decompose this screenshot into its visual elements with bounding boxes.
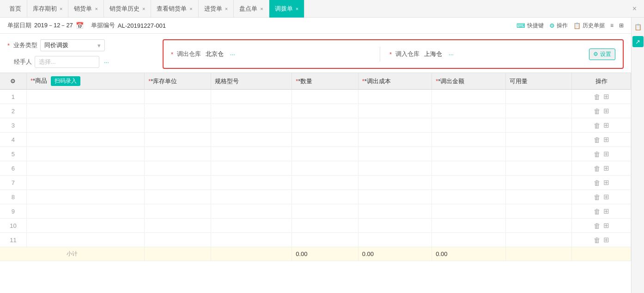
row-unit[interactable]	[145, 118, 211, 133]
delete-icon[interactable]: 🗑	[594, 150, 601, 158]
row-qty[interactable]	[292, 219, 358, 233]
row-avail[interactable]	[505, 147, 572, 161]
tab-close-transfer[interactable]: ×	[296, 6, 298, 12]
tab-close-sales-order[interactable]: ×	[95, 6, 97, 12]
tab-sales-order[interactable]: 销货单 ×	[68, 0, 103, 18]
row-spec[interactable]	[211, 204, 292, 219]
copy-icon[interactable]: ⊞	[603, 193, 609, 201]
row-qty[interactable]	[292, 161, 358, 176]
row-unit[interactable]	[145, 133, 211, 147]
row-cost[interactable]	[358, 233, 432, 247]
row-cost[interactable]	[358, 176, 432, 190]
row-spec[interactable]	[211, 161, 292, 176]
row-spec[interactable]	[211, 176, 292, 190]
delete-icon[interactable]: 🗑	[594, 222, 601, 230]
tab-close-inventory-init[interactable]: ×	[60, 6, 62, 12]
row-goods[interactable]	[26, 133, 144, 147]
copy-icon[interactable]: ⊞	[603, 221, 609, 230]
layout-list-button[interactable]: ≡	[610, 22, 614, 29]
row-avail[interactable]	[505, 204, 572, 219]
shortcut-button[interactable]: ⌨ 快捷键	[516, 22, 544, 30]
row-avail[interactable]	[505, 190, 572, 204]
row-avail[interactable]	[505, 161, 572, 176]
row-goods[interactable]	[26, 104, 144, 118]
row-amount[interactable]	[432, 219, 506, 233]
copy-icon[interactable]: ⊞	[603, 178, 609, 187]
row-qty[interactable]	[292, 190, 358, 204]
delete-icon[interactable]: 🗑	[594, 193, 601, 201]
row-amount[interactable]	[432, 90, 506, 104]
row-amount[interactable]	[432, 204, 506, 219]
row-qty[interactable]	[292, 204, 358, 219]
row-cost[interactable]	[358, 204, 432, 219]
copy-icon[interactable]: ⊞	[603, 107, 609, 115]
row-avail[interactable]	[505, 219, 572, 233]
settings-button[interactable]: ⚙ 设置	[589, 49, 615, 60]
tab-home[interactable]: 首页	[4, 0, 27, 18]
handler-select[interactable]: 选择...	[35, 56, 99, 68]
row-unit[interactable]	[145, 90, 211, 104]
delete-icon[interactable]: 🗑	[594, 179, 601, 187]
col-settings-header[interactable]: ⚙	[0, 73, 26, 90]
delete-icon[interactable]: 🗑	[594, 236, 601, 244]
warehouse-in-more-icon[interactable]: ···	[449, 51, 454, 58]
row-spec[interactable]	[211, 147, 292, 161]
row-amount[interactable]	[432, 147, 506, 161]
delete-icon[interactable]: 🗑	[594, 165, 601, 172]
handler-more-icon[interactable]: ···	[104, 59, 109, 66]
row-amount[interactable]	[432, 161, 506, 176]
row-cost[interactable]	[358, 219, 432, 233]
row-amount[interactable]	[432, 133, 506, 147]
row-qty[interactable]	[292, 147, 358, 161]
row-cost[interactable]	[358, 161, 432, 176]
row-goods[interactable]	[26, 161, 144, 176]
row-amount[interactable]	[432, 118, 506, 133]
row-qty[interactable]	[292, 176, 358, 190]
row-avail[interactable]	[505, 176, 572, 190]
row-qty[interactable]	[292, 133, 358, 147]
row-spec[interactable]	[211, 104, 292, 118]
tab-close-purchase-order[interactable]: ×	[225, 6, 228, 12]
copy-icon[interactable]: ⊞	[603, 121, 609, 129]
tab-transfer[interactable]: 调拨单 ×	[269, 0, 304, 18]
row-goods[interactable]	[26, 176, 144, 190]
tab-inventory-init[interactable]: 库存期初 ×	[27, 0, 68, 18]
row-amount[interactable]	[432, 190, 506, 204]
history-button[interactable]: 📋 历史单据	[573, 22, 605, 30]
row-unit[interactable]	[145, 204, 211, 219]
row-cost[interactable]	[358, 104, 432, 118]
tab-close-stocktake[interactable]: ×	[260, 6, 263, 12]
row-qty[interactable]	[292, 104, 358, 118]
row-cost[interactable]	[358, 118, 432, 133]
row-goods[interactable]	[26, 204, 144, 219]
row-cost[interactable]	[358, 190, 432, 204]
row-goods[interactable]	[26, 219, 144, 233]
row-goods[interactable]	[26, 147, 144, 161]
copy-icon[interactable]: ⊞	[603, 164, 609, 172]
row-spec[interactable]	[211, 118, 292, 133]
business-type-select[interactable]: 同价调拨 ▾	[40, 39, 105, 51]
row-spec[interactable]	[211, 219, 292, 233]
tab-close-sales-history[interactable]: ×	[142, 6, 145, 12]
window-close-button[interactable]: ×	[629, 5, 640, 13]
row-unit[interactable]	[145, 219, 211, 233]
row-avail[interactable]	[505, 118, 572, 133]
row-spec[interactable]	[211, 190, 292, 204]
row-qty[interactable]	[292, 90, 358, 104]
copy-icon[interactable]: ⊞	[603, 207, 609, 215]
sidebar-export-button[interactable]: ↗	[632, 36, 644, 47]
row-unit[interactable]	[145, 176, 211, 190]
row-spec[interactable]	[211, 90, 292, 104]
copy-icon[interactable]: ⊞	[603, 236, 609, 244]
layout-grid-button[interactable]: ⊞	[619, 22, 624, 29]
delete-icon[interactable]: 🗑	[594, 208, 601, 215]
operation-button[interactable]: ⚙ 操作	[549, 22, 568, 30]
row-unit[interactable]	[145, 147, 211, 161]
delete-icon[interactable]: 🗑	[594, 122, 601, 129]
row-cost[interactable]	[358, 90, 432, 104]
row-goods[interactable]	[26, 118, 144, 133]
row-goods[interactable]	[26, 90, 144, 104]
delete-icon[interactable]: 🗑	[594, 107, 601, 115]
row-cost[interactable]	[358, 133, 432, 147]
tab-view-sales[interactable]: 查看销货单 ×	[151, 0, 198, 18]
